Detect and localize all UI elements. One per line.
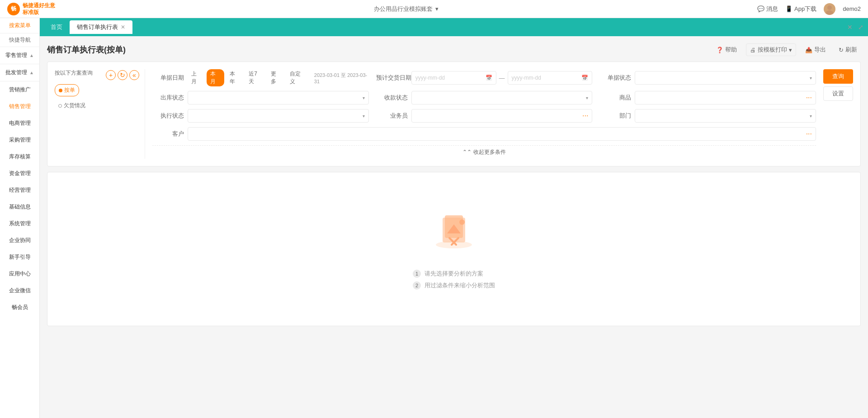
sidebar-item-sales[interactable]: 销售管理	[0, 98, 39, 115]
scheme-add-btn[interactable]: +	[106, 70, 116, 80]
tip-num-1: 1	[413, 270, 421, 278]
filter-right-area: 单据日期 上月 本月	[145, 69, 853, 159]
date-filter-tabs: 上月 本月 本年	[188, 69, 369, 86]
app-download-btn[interactable]: 📱 App下载	[785, 5, 816, 13]
sidebar-quick-nav[interactable]: 快捷导航	[0, 33, 39, 47]
sub-scheme-dot	[58, 104, 62, 108]
username-label: demo2	[843, 5, 861, 12]
scheme-collapse-btn[interactable]: «	[129, 70, 139, 80]
goods-dots-icon[interactable]: ···	[806, 94, 812, 102]
sidebar: 搜索菜单 快捷导航 零售管理 ▲ 批发管理 ▲ 营销推广 销售管理 电商管理 采	[0, 18, 40, 418]
date-tab-7days[interactable]: 近7天	[245, 69, 265, 86]
date-tab-last-month[interactable]: 上月	[188, 69, 205, 86]
sidebar-search[interactable]: 搜索菜单	[0, 18, 39, 33]
top-bar: 畅 畅捷通好生意 标准版 办公用品行业模拟账套 ▾ 💬 消息 📱 App下载 d…	[0, 0, 868, 18]
scheme-dot	[59, 89, 62, 92]
customer-label: 客户	[152, 130, 184, 138]
sidebar-item-system[interactable]: 系统管理	[0, 215, 39, 232]
sidebar-section-wholesale: 批发管理 ▲	[0, 64, 39, 81]
sidebar-item-member[interactable]: 畅会员	[0, 299, 39, 316]
company-selector[interactable]: 办公用品行业模拟账套 ▾	[374, 5, 439, 13]
empty-state: 1 请先选择要分析的方案 2 用过滤条件来缩小分析范围	[47, 172, 861, 326]
date-tab-this-year[interactable]: 本年	[226, 69, 243, 86]
main-layout: 搜索菜单 快捷导航 零售管理 ▲ 批发管理 ▲ 营销推广 销售管理 电商管理 采	[0, 18, 868, 418]
svg-point-6	[459, 219, 465, 225]
out-status-label: 出库状态	[152, 94, 184, 102]
sidebar-item-marketing[interactable]: 营销推广	[0, 81, 39, 98]
filter-row-3: 执行状态 ▾ 业务员	[152, 109, 816, 123]
svg-point-0	[827, 5, 832, 10]
exec-status-chevron-icon: ▾	[363, 114, 365, 119]
sidebar-item-wechat[interactable]: 企业微信	[0, 282, 39, 299]
filter-item-date: 单据日期 上月 本月	[152, 69, 369, 86]
sidebar-item-ecommerce[interactable]: 电商管理	[0, 115, 39, 132]
query-btn[interactable]: 查询	[823, 69, 853, 84]
sidebar-item-enterprise[interactable]: 企业协同	[0, 232, 39, 249]
tab-close-icon[interactable]: ✕	[121, 24, 125, 30]
status-label: 单据状态	[599, 74, 631, 82]
sidebar-item-basics[interactable]: 基础信息	[0, 199, 39, 215]
dept-chevron-icon: ▾	[810, 114, 812, 119]
filter-rows: 单据日期 上月 本月	[152, 69, 816, 159]
filter-body: 按以下方案查询 + ↻ « 按单	[55, 69, 853, 159]
filter-row-2: 出库状态 ▾ 收款状态	[152, 91, 816, 104]
print-dropdown-icon: ▾	[789, 47, 792, 53]
export-btn[interactable]: 📤 导出	[802, 44, 830, 56]
sidebar-item-inventory[interactable]: 库存核算	[0, 148, 39, 165]
help-btn[interactable]: ❓ 帮助	[712, 44, 741, 56]
collapse-bar[interactable]: ⌃⌃ 收起更多条件	[152, 145, 816, 159]
date-tab-this-month[interactable]: 本月	[207, 69, 224, 86]
forecast-date-label: 预计交货日期	[376, 74, 408, 82]
date-range-text: 2023-03-01 至 2023-03-31	[314, 72, 369, 84]
empty-icon	[427, 209, 481, 262]
user-avatar[interactable]	[824, 3, 835, 15]
sidebar-item-finance[interactable]: 资金管理	[0, 165, 39, 182]
sidebar-item-guide[interactable]: 新手引导	[0, 249, 39, 266]
forecast-date-from[interactable]: yyyy-mm-dd 📅	[411, 71, 496, 85]
salesman-control[interactable]: ···	[411, 109, 593, 123]
sidebar-item-wholesale[interactable]: 批发管理 ▲	[0, 64, 39, 81]
tab-sales-order[interactable]: 销售订单执行表 ✕	[70, 20, 132, 34]
refresh-icon: ↻	[839, 47, 844, 53]
filter-row-4: 客户 ···	[152, 127, 816, 141]
customer-dots-icon[interactable]: ···	[806, 130, 812, 138]
customer-control[interactable]: ···	[188, 127, 816, 141]
sidebar-item-app-center[interactable]: 应用中心	[0, 266, 39, 282]
filter-item-exec-status: 执行状态 ▾	[152, 109, 369, 123]
receive-status-control[interactable]: ▾	[411, 91, 593, 104]
salesman-dots-icon[interactable]: ···	[582, 112, 588, 120]
date-tab-custom[interactable]: 自定义	[286, 69, 309, 86]
filter-row-1: 单据日期 上月 本月	[152, 69, 816, 86]
filter-item-salesman: 业务员 ···	[376, 109, 593, 123]
tab-home[interactable]: 首页	[43, 20, 70, 34]
page-content: 销售订单执行表(按单) ❓ 帮助 🖨 按模板打印 ▾ 📤 导出	[40, 36, 868, 418]
refresh-btn[interactable]: ↻ 刷新	[835, 44, 861, 56]
export-icon: 📤	[805, 47, 812, 53]
goods-control[interactable]: ···	[635, 91, 816, 104]
print-btn[interactable]: 🖨 按模板打印 ▾	[746, 43, 796, 56]
dept-control[interactable]: ▾	[635, 109, 816, 123]
forecast-date-to[interactable]: yyyy-mm-dd 📅	[508, 71, 593, 85]
avatar	[824, 3, 835, 15]
date-tab-more[interactable]: 更多	[267, 69, 284, 86]
top-bar-left: 畅 畅捷通好生意 标准版	[7, 2, 55, 15]
message-btn[interactable]: 💬 消息	[757, 5, 778, 13]
date-label: 单据日期	[152, 74, 184, 82]
scheme-item-active[interactable]: 按单	[55, 84, 79, 96]
scheme-refresh-btn[interactable]: ↻	[118, 70, 127, 80]
window-close-btn[interactable]: ✕	[846, 24, 854, 31]
scheme-sub-item[interactable]: 欠货情况	[55, 99, 139, 112]
status-control[interactable]: ▾	[635, 71, 816, 85]
sidebar-item-purchase[interactable]: 采购管理	[0, 132, 39, 148]
calendar-icon-2: 📅	[581, 75, 588, 81]
sidebar-item-operations[interactable]: 经营管理	[0, 182, 39, 199]
wholesale-collapse-icon: ▲	[29, 70, 34, 75]
out-status-chevron-icon: ▾	[363, 95, 365, 100]
sidebar-item-retail[interactable]: 零售管理 ▲	[0, 47, 39, 64]
exec-status-control[interactable]: ▾	[188, 109, 369, 123]
out-status-control[interactable]: ▾	[188, 91, 369, 104]
window-maximize-btn[interactable]: ⤢	[857, 24, 864, 31]
settings-btn[interactable]: 设置	[823, 86, 853, 101]
forecast-date-control: yyyy-mm-dd 📅 — yyyy-mm-dd 📅	[411, 71, 593, 85]
date-separator: —	[499, 75, 505, 81]
